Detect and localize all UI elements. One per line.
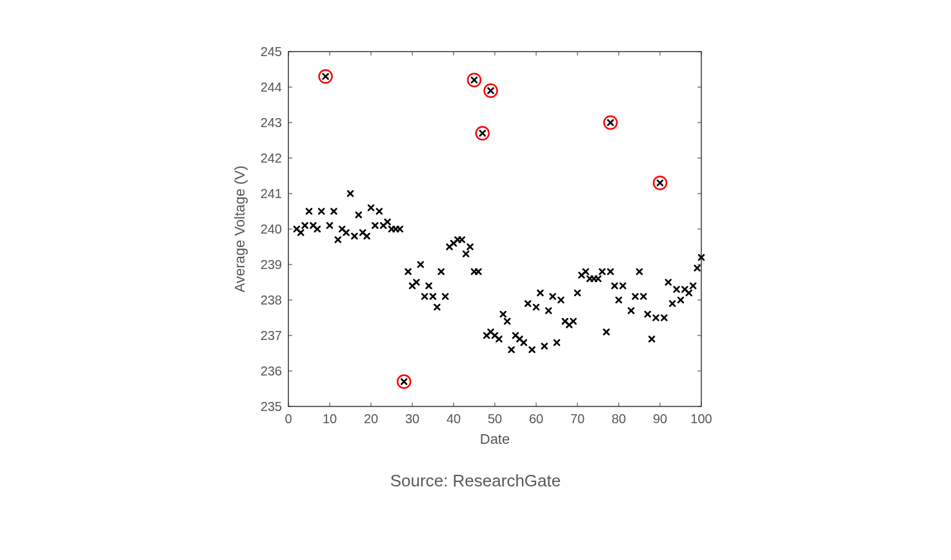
svg-text:70: 70 bbox=[570, 412, 585, 426]
svg-text:244: 244 bbox=[261, 80, 282, 94]
svg-text:50: 50 bbox=[488, 412, 502, 426]
page-root: 0102030405060708090100235236237238239240… bbox=[0, 0, 951, 560]
svg-text:90: 90 bbox=[653, 412, 667, 426]
svg-text:241: 241 bbox=[261, 186, 282, 201]
svg-text:245: 245 bbox=[261, 45, 282, 59]
svg-text:236: 236 bbox=[261, 364, 282, 378]
svg-rect-0 bbox=[288, 52, 701, 406]
svg-text:40: 40 bbox=[446, 412, 461, 426]
chart-caption: Source: ResearchGate bbox=[390, 471, 561, 491]
svg-text:Date: Date bbox=[480, 431, 510, 447]
svg-text:242: 242 bbox=[261, 151, 282, 165]
svg-text:Average Voltage (V): Average Voltage (V) bbox=[232, 166, 248, 293]
svg-text:238: 238 bbox=[261, 293, 282, 307]
svg-text:235: 235 bbox=[261, 399, 282, 414]
chart-container: 0102030405060708090100235236237238239240… bbox=[230, 39, 721, 452]
svg-text:239: 239 bbox=[261, 257, 282, 272]
svg-text:60: 60 bbox=[529, 412, 543, 426]
svg-text:0: 0 bbox=[285, 412, 292, 426]
svg-text:80: 80 bbox=[612, 412, 626, 426]
svg-text:10: 10 bbox=[323, 412, 337, 426]
voltage-scatter-chart: 0102030405060708090100235236237238239240… bbox=[230, 39, 721, 452]
svg-text:100: 100 bbox=[690, 412, 712, 426]
svg-text:237: 237 bbox=[261, 328, 282, 343]
svg-text:243: 243 bbox=[261, 115, 282, 130]
svg-text:30: 30 bbox=[405, 412, 419, 426]
svg-text:20: 20 bbox=[364, 412, 378, 426]
svg-text:240: 240 bbox=[261, 222, 282, 236]
